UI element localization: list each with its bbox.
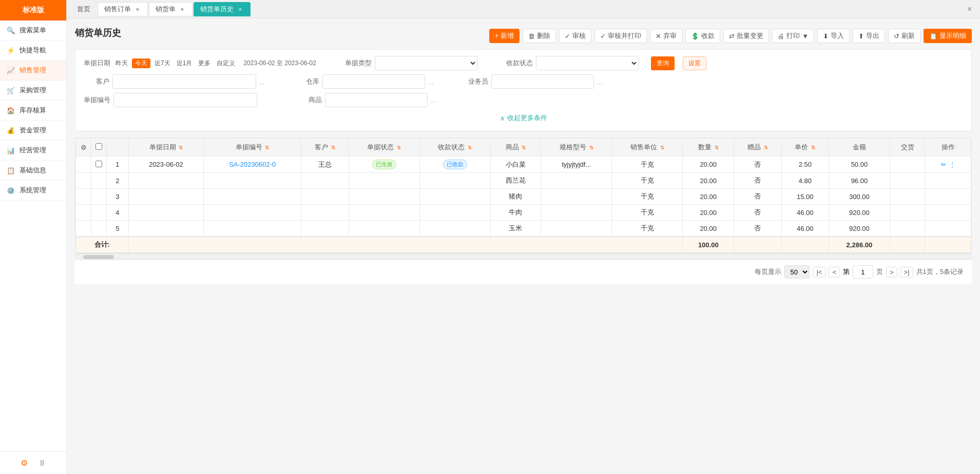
row-unit: 千克 [612, 173, 683, 189]
page-title: 销货单历史 [75, 27, 489, 39]
date-7days-btn[interactable]: 近7天 [152, 58, 172, 68]
date-today-btn[interactable]: 今天 [132, 58, 150, 68]
row-date [128, 205, 204, 221]
first-page-btn[interactable]: |< [813, 267, 825, 278]
row-unit-price: 2.50 [781, 156, 829, 173]
col-doc-no[interactable]: 单据编号 ⇅ [204, 139, 301, 156]
sales-rep-more-icon[interactable]: ... [597, 78, 603, 86]
warehouse-more-icon[interactable]: ... [428, 78, 434, 86]
payment-select[interactable] [536, 56, 639, 70]
date-more-btn[interactable]: 更多 [196, 58, 213, 68]
print-button[interactable]: 🖨 打印 ▼ [772, 29, 814, 43]
row-settings-cell [76, 205, 91, 221]
sidebar: 标准版 🔍 搜索菜单 ⚡ 快捷导航 📈 销售管理 🛒 采购管理 🏠 库存核算 💰… [0, 0, 67, 474]
type-select[interactable] [375, 56, 477, 70]
row-goods: 猪肉 [490, 189, 541, 205]
summary-total-qty: 100.00 [683, 236, 734, 253]
sidebar-item-search[interactable]: 🔍 搜索菜单 [0, 21, 66, 41]
delete-button[interactable]: 🗑 删除 [523, 29, 556, 43]
col-doc-status[interactable]: 单据状态 ⇅ [349, 139, 419, 156]
last-page-btn[interactable]: >| [900, 267, 913, 278]
col-qty[interactable]: 数量 ⇅ [683, 139, 734, 156]
col-settings[interactable]: ⚙ [76, 139, 91, 156]
sidebar-item-finance[interactable]: 💰 资金管理 [0, 121, 66, 141]
next-page-btn[interactable]: > [886, 267, 897, 278]
date-yesterday-btn[interactable]: 昨天 [113, 58, 130, 68]
tab-sales-history[interactable]: 销货单历史 × [194, 2, 251, 16]
sidebar-item-operation[interactable]: 📊 经营管理 [0, 141, 66, 161]
summary-label: 合计: [76, 236, 129, 253]
batch-change-button[interactable]: ⇄ 批量变更 [723, 29, 769, 43]
col-date[interactable]: 单据日期 ⇅ [128, 139, 204, 156]
show-detail-button[interactable]: 📋 显示明细 [924, 29, 972, 43]
sidebar-settings-btn[interactable]: ⚙ [17, 457, 31, 469]
sidebar-item-basic-info[interactable]: 📋 基础信息 [0, 161, 66, 181]
chart-icon: 📈 [6, 66, 15, 75]
close-all-tabs-btn[interactable]: × [963, 5, 976, 14]
date-custom-btn[interactable]: 自定义 [215, 58, 237, 68]
select-all-checkbox[interactable] [95, 143, 102, 150]
tab-sales-order-label: 销售订单 [104, 5, 131, 14]
import-button[interactable]: ⬇ 导入 [817, 29, 850, 43]
col-goods[interactable]: 商品 ⇅ [490, 139, 541, 156]
doc-no-link[interactable]: SA-20230602-0 [229, 161, 276, 168]
page-number-input[interactable] [853, 265, 873, 279]
horizontal-scrollbar[interactable] [75, 253, 972, 260]
tab-sales-order-close[interactable]: × [134, 6, 141, 13]
type-label: 单据类型 [345, 58, 372, 68]
prev-page-btn[interactable]: < [829, 267, 840, 278]
export-button[interactable]: ⬆ 导出 [853, 29, 885, 43]
per-page-select[interactable]: 50 [784, 265, 810, 279]
row-customer [301, 173, 349, 189]
settings-button[interactable]: 设置 [683, 56, 706, 70]
sidebar-collapse-btn[interactable]: ⏸ [35, 457, 49, 469]
refresh-button[interactable]: ↺ 刷新 [888, 29, 920, 43]
tab-sales-goods-close[interactable]: × [179, 6, 186, 13]
col-payment-status[interactable]: 收款状态 ⇅ [419, 139, 490, 156]
sidebar-item-quicknav[interactable]: ⚡ 快捷导航 [0, 41, 66, 61]
row-spec [541, 173, 612, 189]
tab-sales-goods[interactable]: 销货单 × [149, 2, 193, 16]
goods-input[interactable] [325, 93, 428, 107]
abandon-button[interactable]: ✕ 弃审 [650, 29, 682, 43]
sidebar-item-inventory[interactable]: 🏠 库存核算 [0, 101, 66, 121]
docno-input[interactable] [113, 93, 257, 107]
col-checkbox[interactable] [91, 139, 107, 156]
query-button[interactable]: 查询 [651, 56, 675, 70]
sidebar-item-system[interactable]: ⚙️ 系统管理 [0, 181, 66, 201]
tab-bar: 首页 销售订单 × 销货单 × 销货单历史 × × [67, 0, 980, 18]
row-settings-cell [76, 189, 91, 205]
edit-action-btn[interactable]: ✏ [939, 161, 948, 168]
more-action-btn[interactable]: ⋮ [948, 161, 957, 168]
sidebar-item-sales[interactable]: 📈 销售管理 [0, 61, 66, 81]
row-unit: 千克 [612, 205, 683, 221]
row-unit: 千克 [612, 156, 683, 173]
warehouse-input[interactable] [322, 74, 425, 89]
customer-input[interactable] [112, 74, 256, 89]
row-actions [925, 189, 971, 205]
collapse-bar[interactable]: ∧ 收起更多条件 [84, 111, 963, 125]
col-gift[interactable]: 赠品 ⇅ [734, 139, 781, 156]
date-1month-btn[interactable]: 近1月 [175, 58, 195, 68]
scroll-thumb[interactable] [83, 255, 114, 259]
sidebar-item-purchase[interactable]: 🛒 采购管理 [0, 81, 66, 101]
col-unit-price[interactable]: 单价 ⇅ [781, 139, 829, 156]
goods-more-icon[interactable]: ... [431, 96, 436, 104]
row-number: 3 [107, 189, 129, 205]
refresh-icon: ↺ [894, 32, 899, 40]
row-checkbox[interactable] [95, 161, 102, 167]
audit-button[interactable]: ✓ 审核 [559, 29, 591, 43]
tab-sales-history-close[interactable]: × [237, 6, 244, 13]
tab-sales-order[interactable]: 销售订单 × [98, 2, 148, 16]
col-customer[interactable]: 客户 ⇅ [301, 139, 349, 156]
audit-print-button[interactable]: ✓ 审核并打印 [594, 29, 647, 43]
new-button[interactable]: + 新增 [489, 29, 520, 43]
customer-more-icon[interactable]: ... [259, 78, 265, 86]
row-settings-cell [76, 156, 91, 173]
collect-button[interactable]: 💲 收款 [685, 29, 720, 43]
sales-rep-input[interactable] [491, 74, 594, 89]
payment-label: 收款状态 [506, 58, 533, 68]
col-unit[interactable]: 销售单位 ⇅ [612, 139, 683, 156]
tab-home[interactable]: 首页 [71, 2, 97, 16]
col-spec[interactable]: 规格型号 ⇅ [541, 139, 612, 156]
